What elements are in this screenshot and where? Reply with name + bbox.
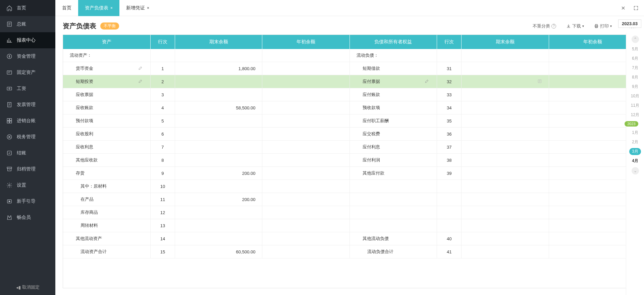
- tab-close-icon[interactable]: ×: [110, 6, 113, 10]
- edit-icon[interactable]: [425, 79, 429, 85]
- nav-ledger[interactable]: 总账: [0, 16, 55, 32]
- table-row[interactable]: 其中：原材料10: [63, 180, 636, 193]
- cell-endbal2[interactable]: [462, 219, 549, 232]
- nav-archive[interactable]: 归档管理: [0, 161, 55, 177]
- month-1月[interactable]: 1月: [631, 129, 640, 136]
- cell-begbal1[interactable]: [262, 206, 350, 219]
- cell-begbal1[interactable]: [262, 128, 350, 141]
- cell-endbal2[interactable]: [462, 141, 549, 154]
- edit-icon[interactable]: [138, 66, 143, 71]
- cell-begbal2[interactable]: [549, 232, 636, 245]
- cell-liab[interactable]: [350, 193, 437, 206]
- cell-endbal1[interactable]: [175, 75, 262, 88]
- month-10月[interactable]: 10月: [630, 93, 641, 100]
- cell-begbal1[interactable]: [262, 245, 350, 258]
- cell-liab[interactable]: [350, 206, 437, 219]
- table-row[interactable]: 货币资金11,800.00短期借款31: [63, 62, 636, 75]
- cell-begbal1[interactable]: [262, 193, 350, 206]
- table-row[interactable]: 应收利息7应付利息37: [63, 141, 636, 154]
- cell-endbal2[interactable]: [462, 206, 549, 219]
- balance-sheet-table[interactable]: 资产 行次 期末余额 年初余额 负债和所有者权益 行次 期末余额 年初余额 流动…: [63, 35, 637, 288]
- cell-begbal1[interactable]: [262, 180, 350, 193]
- cell-begbal1[interactable]: [262, 167, 350, 180]
- cell-begbal1[interactable]: [262, 141, 350, 154]
- nav-funds[interactable]: 资金管理: [0, 48, 55, 64]
- cell-liab[interactable]: 其他应付款: [350, 167, 437, 180]
- sidebar-unpin[interactable]: ◂▮ 取消固定: [0, 280, 55, 295]
- cell-endbal2[interactable]: [462, 128, 549, 141]
- cell-begbal2[interactable]: [549, 114, 636, 128]
- cell-asset[interactable]: 流动资产合计: [63, 245, 150, 258]
- month-9月[interactable]: 9月: [631, 83, 640, 90]
- period-down-icon[interactable]: ⌄: [632, 167, 639, 175]
- cell-begbal2[interactable]: [549, 193, 636, 206]
- cell-liab[interactable]: [350, 180, 437, 193]
- cell-begbal2[interactable]: [549, 128, 636, 141]
- month-2月[interactable]: 2月: [631, 139, 640, 146]
- period-expand-icon[interactable]: »: [621, 36, 625, 43]
- cell-endbal1[interactable]: [175, 180, 262, 193]
- month-5月[interactable]: 5月: [631, 46, 640, 53]
- cell-endbal1[interactable]: [175, 219, 262, 232]
- nav-assets[interactable]: 固定资产: [0, 64, 55, 81]
- cell-begbal2[interactable]: [549, 62, 636, 75]
- cell-asset[interactable]: 其他应收款: [63, 154, 150, 167]
- month-11月[interactable]: 11月: [630, 102, 641, 109]
- cell-endbal1[interactable]: [175, 154, 262, 167]
- cell-endbal1[interactable]: [175, 141, 262, 154]
- period-up-icon[interactable]: ⌃: [632, 36, 639, 43]
- nav-settings[interactable]: 设置: [0, 177, 55, 193]
- cell-endbal1[interactable]: [175, 88, 262, 101]
- cell-endbal2[interactable]: [462, 88, 549, 101]
- cell-liab[interactable]: 应付职工薪酬: [350, 114, 437, 128]
- cell-endbal1[interactable]: [175, 206, 262, 219]
- table-row[interactable]: 其他流动资产14其他流动负债40: [63, 232, 636, 245]
- cell-asset[interactable]: 周转材料: [63, 219, 150, 232]
- cell-endbal1[interactable]: 1,800.00: [175, 62, 262, 75]
- cell-asset[interactable]: 库存商品: [63, 206, 150, 219]
- cell-begbal2[interactable]: [549, 101, 636, 114]
- table-row[interactable]: 周转材料13: [63, 219, 636, 232]
- cell-asset[interactable]: 流动资产：: [63, 49, 150, 62]
- month-7月[interactable]: 7月: [631, 64, 640, 71]
- cell-begbal1[interactable]: [262, 62, 350, 75]
- nav-salary[interactable]: 工资: [0, 81, 55, 97]
- table-row[interactable]: 短期投资2应付票据32: [63, 75, 636, 88]
- table-row[interactable]: 流动资产：流动负债：: [63, 49, 636, 62]
- cell-liab[interactable]: 流动负债：: [350, 49, 437, 62]
- table-row[interactable]: 流动资产合计1560,500.00流动负债合计41: [63, 245, 636, 258]
- cell-liab[interactable]: 流动负债合计: [350, 245, 437, 258]
- cell-endbal1[interactable]: [175, 114, 262, 128]
- cell-liab[interactable]: 短期借款: [350, 62, 437, 75]
- cell-liab[interactable]: 应交税费: [350, 128, 437, 141]
- cell-asset[interactable]: 其他流动资产: [63, 232, 150, 245]
- cell-begbal1[interactable]: [262, 154, 350, 167]
- month-4月[interactable]: 4月: [631, 157, 640, 164]
- formula-icon[interactable]: [537, 80, 542, 85]
- month-6月[interactable]: 6月: [631, 55, 640, 62]
- cell-asset[interactable]: 其中：原材料: [63, 180, 150, 193]
- no-reclass-action[interactable]: 不重分类 ?: [533, 23, 556, 29]
- cell-asset[interactable]: 在产品: [63, 193, 150, 206]
- cell-asset[interactable]: 存货: [63, 167, 150, 180]
- cell-endbal2[interactable]: [462, 75, 549, 88]
- cell-begbal2[interactable]: [549, 75, 636, 88]
- tab-资产负债表[interactable]: 资产负债表×: [78, 0, 119, 16]
- cell-liab[interactable]: 应付利息: [350, 141, 437, 154]
- month-8月[interactable]: 8月: [631, 74, 640, 81]
- cell-begbal2[interactable]: [549, 154, 636, 167]
- cell-begbal2[interactable]: [549, 219, 636, 232]
- cell-endbal1[interactable]: 58,500.00: [175, 101, 262, 114]
- cell-begbal1[interactable]: [262, 49, 350, 62]
- cell-begbal1[interactable]: [262, 101, 350, 114]
- cell-endbal2[interactable]: [462, 49, 549, 62]
- cell-begbal2[interactable]: [549, 180, 636, 193]
- cell-begbal2[interactable]: [549, 206, 636, 219]
- nav-vip[interactable]: 畅会员: [0, 209, 55, 226]
- cell-endbal1[interactable]: 60,500.00: [175, 245, 262, 258]
- nav-reports[interactable]: 报表中心: [0, 32, 55, 48]
- cell-endbal2[interactable]: [462, 232, 549, 245]
- cell-endbal2[interactable]: [462, 154, 549, 167]
- cell-endbal1[interactable]: 200.00: [175, 167, 262, 180]
- table-row[interactable]: 在产品11200.00: [63, 193, 636, 206]
